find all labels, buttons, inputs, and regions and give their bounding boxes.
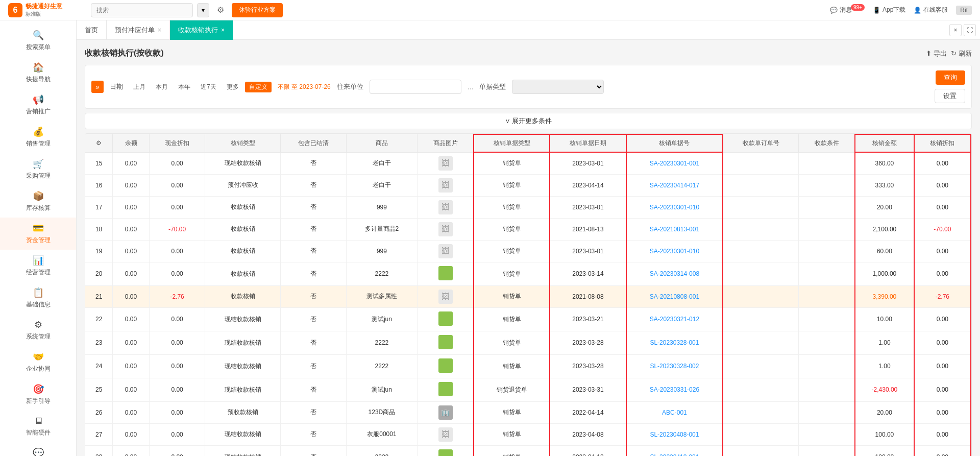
app-download-btn[interactable]: 📱 App下载 — [873, 6, 905, 14]
sidebar-item-inventory[interactable]: 📦 库存核算 — [0, 185, 76, 218]
tab-close-btn[interactable]: × — [949, 24, 962, 36]
refresh-btn[interactable]: ↻ 刷新 — [951, 49, 972, 58]
bill-no-cell[interactable]: SL-20230418-001 — [626, 445, 723, 456]
counter-unit-input[interactable] — [370, 80, 461, 94]
table-row: 160.000.00预付冲应收否老白干🖼销货单2023-04-14SA-2023… — [85, 174, 971, 196]
table-cell: 0.00 — [113, 262, 149, 285]
user-name[interactable]: Rit — [956, 6, 972, 15]
bill-date-cell: 2022-04-14 — [550, 401, 626, 423]
bill-no-link[interactable]: SA-20230301-010 — [650, 248, 699, 255]
bill-no-link[interactable]: SL-20230418-001 — [650, 453, 699, 456]
table-cell: 0.00 — [113, 218, 149, 240]
bill-no-link[interactable]: SA-20230301-010 — [650, 204, 699, 211]
dropdown-btn[interactable]: ▾ — [197, 3, 209, 17]
bill-no-link[interactable]: ABC-001 — [662, 409, 687, 416]
sidebar-item-wechat[interactable]: 💬 企业微信 — [0, 442, 76, 456]
bill-no-cell[interactable]: SA-20210808-001 — [626, 285, 723, 307]
sidebar-item-marketing[interactable]: 📢 营销推广 — [0, 89, 76, 121]
date-btn-this-year[interactable]: 本年 — [174, 82, 194, 92]
bill-no-cell[interactable]: SA-20230314-008 — [626, 262, 723, 285]
settings-btn[interactable]: 设置 — [935, 89, 965, 103]
gear-icon[interactable]: ⚙ — [213, 3, 228, 17]
bill-no-cell[interactable]: SA-20230414-017 — [626, 174, 723, 196]
table-cell: 否 — [281, 152, 347, 174]
search-input[interactable] — [91, 3, 193, 17]
app-name: 畅捷通好生意 — [26, 2, 62, 11]
goods-img-cell: 🖼 — [418, 196, 474, 218]
bill-no-link[interactable]: SA-20230301-001 — [650, 160, 699, 167]
bill-no-cell[interactable]: SL-20230408-001 — [626, 423, 723, 445]
bill-date-cell: 2023-04-08 — [550, 423, 626, 445]
tab-receipt-close[interactable]: × — [221, 27, 225, 34]
sidebar-item-collab[interactable]: 🤝 企业协同 — [0, 346, 76, 378]
bill-no-cell[interactable]: SL-20230328-001 — [626, 331, 723, 354]
table-cell: 28 — [85, 445, 113, 456]
date-btn-this-month[interactable]: 本月 — [152, 82, 172, 92]
bill-no-link[interactable]: SA-20230414-017 — [650, 182, 699, 189]
receipt-type-select[interactable] — [512, 80, 604, 94]
bill-no-link[interactable]: SL-20230328-001 — [650, 339, 699, 346]
table-row: 220.000.00现结收款核销否测试jun销货单2023-03-21SA-20… — [85, 307, 971, 331]
bill-no-cell[interactable]: SA-20230301-010 — [626, 196, 723, 218]
query-btn[interactable]: 查询 — [936, 70, 965, 85]
col-settings[interactable]: ⚙ — [85, 134, 113, 152]
export-btn[interactable]: ⬆ 导出 — [926, 49, 947, 58]
finance-icon: 💳 — [33, 223, 44, 234]
date-label: 日期 — [110, 82, 123, 91]
table-cell — [723, 401, 799, 423]
bill-no-link[interactable]: SL-20230408-001 — [650, 431, 699, 438]
date-btn-7days[interactable]: 近7天 — [197, 82, 220, 92]
sidebar-item-hardware[interactable]: 🖥 智能硬件 — [0, 411, 76, 442]
sidebar-item-guide[interactable]: 🎯 新手引导 — [0, 378, 76, 411]
tab-prepay[interactable]: 预付冲应付单 × — [107, 20, 170, 40]
amount-cell: 10.00 — [855, 307, 914, 331]
tab-home[interactable]: 首页 — [77, 20, 107, 40]
tab-expand-btn[interactable]: ⛶ — [964, 24, 976, 36]
sidebar-item-finance[interactable]: 💳 资金管理 — [0, 218, 76, 250]
online-service-btn[interactable]: 👤 在线客服 — [914, 6, 948, 14]
bill-no-cell[interactable]: SA-20230301-010 — [626, 240, 723, 262]
filter-expand-btn[interactable]: » — [91, 81, 104, 93]
table-cell — [799, 196, 855, 218]
bill-no-link[interactable]: SA-20230314-008 — [650, 270, 699, 277]
message-btn[interactable]: 💬 消息 99+ — [830, 6, 865, 14]
bill-no-link[interactable]: SA-20210808-001 — [650, 293, 699, 300]
goods-img-cell: 🖼 — [418, 285, 474, 307]
bill-no-link[interactable]: SL-20230328-002 — [650, 363, 699, 370]
table-cell — [723, 196, 799, 218]
bill-no-link[interactable]: SA-20230331-026 — [650, 386, 699, 393]
date-btn-more[interactable]: 更多 — [223, 82, 243, 92]
goods-img-cell: 🖼 — [418, 174, 474, 196]
expand-more-bar[interactable]: ∨ 展开更多条件 — [85, 113, 972, 129]
bill-no-cell[interactable]: SL-20230328-002 — [626, 354, 723, 378]
bill-no-cell[interactable]: SA-20230321-012 — [626, 307, 723, 331]
table-wrap: ⚙ 余额 现金折扣 核销类型 包含已结清 商品 商品图片 核销单据类型 核销单据… — [85, 133, 972, 456]
bill-no-cell[interactable]: SA-20230331-026 — [626, 378, 723, 401]
sidebar-item-system[interactable]: ⚙ 系统管理 — [0, 314, 76, 346]
product-image: 🖼 — [438, 156, 453, 171]
sidebar-item-sales[interactable]: 💰 销售管理 — [0, 121, 76, 153]
goods-img-cell — [418, 331, 474, 354]
message-icon: 💬 — [830, 7, 838, 14]
sidebar-item-nav[interactable]: 🏠 快捷导航 — [0, 57, 76, 89]
table-cell: 2222 — [346, 445, 417, 456]
bill-no-cell[interactable]: ABC-001 — [626, 401, 723, 423]
sidebar-item-purchase[interactable]: 🛒 采购管理 — [0, 153, 76, 185]
bill-no-cell[interactable]: SA-20230301-001 — [626, 152, 723, 174]
tab-receipt[interactable]: 收款核销执行 × — [170, 20, 233, 40]
bill-no-link[interactable]: SA-20230321-012 — [650, 316, 699, 323]
industry-btn[interactable]: 休验行业方案 — [232, 3, 283, 17]
table-cell: 现结收款核销 — [205, 331, 281, 354]
bill-no-cell[interactable]: SA-20210813-001 — [626, 218, 723, 240]
sidebar-item-search[interactable]: 🔍 搜索菜单 — [0, 25, 76, 57]
purchase-icon: 🛒 — [33, 158, 44, 170]
sidebar-item-operation[interactable]: 📊 经营管理 — [0, 250, 76, 282]
dots-icon[interactable]: ... — [468, 83, 474, 91]
product-image — [438, 335, 453, 349]
sidebar-item-basic[interactable]: 📋 基础信息 — [0, 282, 76, 314]
tab-prepay-close[interactable]: × — [158, 27, 161, 34]
date-btn-custom[interactable]: 自定义 — [245, 82, 272, 92]
bill-no-link[interactable]: SA-20210813-001 — [650, 226, 699, 233]
discount-cell: 0.00 — [914, 401, 971, 423]
date-btn-prev-month[interactable]: 上月 — [129, 82, 150, 92]
